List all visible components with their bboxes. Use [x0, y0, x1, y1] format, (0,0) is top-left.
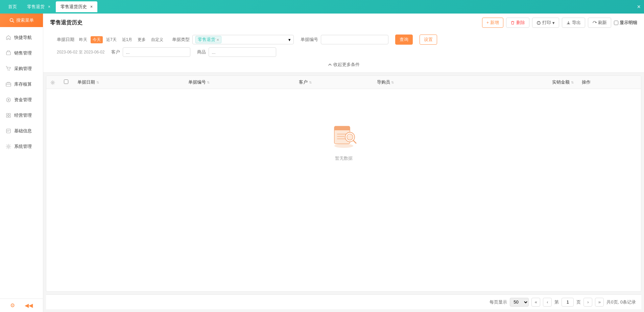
setting-button[interactable]: 设置 — [420, 35, 437, 45]
empty-illustration — [327, 116, 361, 150]
th-doc-no[interactable]: 单据编号 ⇅ — [184, 76, 295, 89]
date-btn-7days[interactable]: 近7天 — [104, 36, 119, 43]
sidebar-menu: 快捷导航 销售管理 — [0, 27, 43, 298]
print-icon — [536, 21, 541, 25]
sidebar-item-quick-nav-label: 快捷导航 — [14, 35, 32, 41]
total-info: 共0页, 0条记录 — [606, 299, 636, 305]
sidebar-item-operations-label: 经营管理 — [14, 112, 32, 118]
print-chevron-icon: ▾ — [552, 20, 555, 25]
empty-text: 暂无数据 — [335, 155, 353, 161]
goods-label: 商品 — [197, 49, 206, 55]
th-checkbox[interactable] — [60, 76, 73, 89]
sidebar-item-system[interactable]: 系统管理 — [0, 139, 43, 154]
data-table: 单据日期 ⇅ 单据编号 ⇅ 客户 ⇅ 导购员 — [46, 76, 641, 188]
customer-filter: 客户 — [111, 47, 190, 57]
sidebar-search[interactable]: 搜索菜单 — [0, 14, 43, 27]
th-amount[interactable]: 实销金额 ⇅ — [467, 76, 578, 89]
sidebar-item-purchase-mgmt[interactable]: 采购管理 — [0, 61, 43, 76]
tab-retail-return-history-close[interactable]: × — [90, 4, 93, 9]
page-header: 零售退货历史 + 新增 删除 — [43, 14, 644, 73]
th-doc-no-label: 单据编号 — [188, 80, 206, 85]
search-icon — [9, 18, 14, 23]
toolbar: + 新增 删除 打印 ▾ — [482, 18, 637, 28]
customer-input[interactable] — [123, 47, 190, 57]
gear-icon[interactable]: ⚙ — [10, 302, 15, 309]
finance-icon — [5, 97, 11, 103]
sidebar-item-quick-nav[interactable]: 快捷导航 — [0, 30, 43, 45]
sales-icon — [5, 50, 11, 56]
prev-page-button[interactable]: ‹ — [543, 298, 552, 307]
sidebar-item-finance[interactable]: 资金管理 — [0, 92, 43, 108]
date-filter-label: 单据日期 — [57, 37, 74, 43]
select-all-checkbox[interactable] — [64, 80, 68, 84]
per-page-select[interactable]: 50 10 20 100 — [510, 298, 529, 307]
first-page-button[interactable]: « — [531, 298, 540, 307]
page-suffix: 页 — [576, 299, 581, 305]
filter-area: 单据日期 昨天 今天 近7天 近1月 更多 自定义 单据类型 — [50, 32, 637, 72]
doc-type-tag: 零售退货 × — [195, 36, 221, 43]
export-icon — [566, 21, 571, 25]
date-btn-today[interactable]: 今天 — [91, 36, 103, 43]
page-title: 零售退货历史 — [50, 19, 82, 26]
query-button-label: 查询 — [400, 37, 408, 43]
tab-retail-return-close[interactable]: × — [48, 4, 50, 9]
show-detail-input[interactable] — [614, 21, 618, 25]
th-guide-label: 导购员 — [377, 80, 390, 85]
content-area: 零售退货历史 + 新增 删除 — [43, 14, 644, 312]
tab-retail-return-label: 零售退货 — [27, 4, 45, 10]
page-input[interactable] — [562, 298, 574, 307]
doc-no-input[interactable] — [321, 35, 388, 44]
sort-arrows-doc-no: ⇅ — [207, 81, 210, 84]
sidebar-item-sales-mgmt[interactable]: 销售管理 — [0, 45, 43, 61]
date-btn-custom[interactable]: 自定义 — [149, 36, 165, 43]
delete-button[interactable]: 删除 — [506, 18, 529, 28]
svg-point-3 — [8, 70, 8, 71]
doc-no-filter: 单据编号 — [301, 35, 388, 44]
export-button[interactable]: 导出 — [562, 18, 585, 28]
doc-type-tag-label: 零售退货 — [198, 37, 215, 43]
sidebar-item-operations[interactable]: 经营管理 — [0, 108, 43, 123]
svg-rect-5 — [6, 83, 11, 86]
query-button[interactable]: 查询 — [395, 35, 413, 45]
window-close-button[interactable]: × — [637, 3, 641, 10]
refresh-button-label: 刷新 — [598, 20, 607, 26]
collapse-button[interactable]: 收起更多条件 — [57, 60, 630, 70]
tab-retail-return[interactable]: 零售退货 × — [22, 1, 55, 12]
refresh-button[interactable]: 刷新 — [588, 18, 611, 28]
sidebar-item-inventory[interactable]: 库存核算 — [0, 76, 43, 92]
next-page-button[interactable]: › — [583, 298, 592, 307]
sidebar: 搜索菜单 快捷导航 销售管理 — [0, 14, 43, 312]
date-btn-more[interactable]: 更多 — [136, 36, 148, 43]
export-button-label: 导出 — [572, 20, 581, 26]
new-button-label: + 新增 — [486, 20, 499, 26]
tab-home[interactable]: 首页 — [3, 1, 22, 12]
th-customer-label: 客户 — [299, 80, 308, 85]
doc-no-label: 单据编号 — [301, 37, 318, 43]
svg-rect-19 — [337, 134, 347, 135]
audio-icon[interactable]: ◀◀ — [25, 302, 33, 309]
new-button[interactable]: + 新增 — [482, 18, 503, 28]
main-layout: 搜索菜单 快捷导航 销售管理 — [0, 14, 644, 312]
doc-type-tag-close[interactable]: × — [216, 37, 219, 42]
th-doc-date[interactable]: 单据日期 ⇅ — [73, 76, 184, 89]
date-btn-1month[interactable]: 近1月 — [120, 36, 135, 43]
tab-retail-return-history[interactable]: 零售退货历史 × — [56, 1, 97, 12]
date-btn-yesterday[interactable]: 昨天 — [77, 36, 89, 43]
th-guide[interactable]: 导购员 ⇅ — [373, 76, 467, 89]
sidebar-footer: ⚙ ◀◀ — [0, 298, 43, 312]
th-customer[interactable]: 客户 ⇅ — [295, 76, 373, 89]
svg-rect-8 — [9, 113, 10, 115]
sidebar-item-purchase-mgmt-label: 采购管理 — [14, 66, 32, 72]
svg-rect-9 — [6, 116, 8, 117]
th-settings[interactable] — [46, 76, 60, 89]
last-page-button[interactable]: » — [595, 298, 604, 307]
doc-type-select[interactable]: 零售退货 × ▾ — [192, 35, 294, 44]
sort-arrows-customer: ⇅ — [309, 81, 312, 84]
sidebar-item-sales-mgmt-label: 销售管理 — [14, 50, 32, 56]
th-action-label: 操作 — [582, 80, 591, 85]
sidebar-item-basic-info[interactable]: 基础信息 — [0, 123, 43, 139]
sort-arrows-doc-date: ⇅ — [96, 81, 99, 84]
show-detail-checkbox[interactable]: 显示明细 — [614, 20, 637, 26]
print-button[interactable]: 打印 ▾ — [532, 18, 559, 28]
goods-input[interactable] — [209, 47, 276, 57]
